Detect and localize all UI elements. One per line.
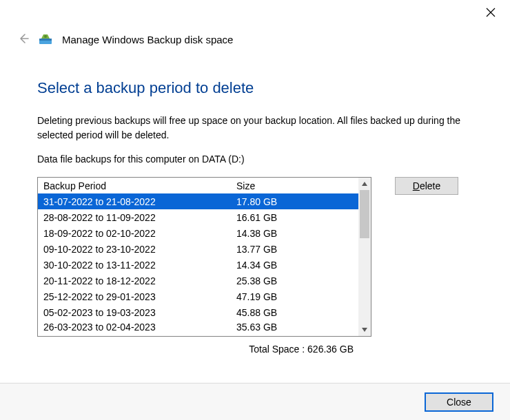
content: Select a backup period to delete Deletin… <box>0 52 510 355</box>
table-row[interactable]: 26-03-2023 to 02-04-202335.63 GB <box>38 320 358 334</box>
backup-period-listbox[interactable]: Backup Period Size 31-07-2022 to 21-08-2… <box>37 177 371 337</box>
table-row[interactable]: 28-08-2022 to 11-09-202216.61 GB <box>38 209 358 225</box>
svg-rect-1 <box>39 39 52 41</box>
column-header-size[interactable]: Size <box>236 180 358 191</box>
cell-period: 25-12-2022 to 29-01-2023 <box>43 291 236 302</box>
cell-size: 13.77 GB <box>236 244 358 255</box>
total-value: 626.36 GB <box>307 344 354 355</box>
scroll-down-icon[interactable] <box>358 324 371 336</box>
total-space: Total Space : 626.36 GB <box>37 344 371 355</box>
titlebar <box>471 0 510 25</box>
table-row[interactable]: 30-10-2022 to 13-11-202214.34 GB <box>38 257 358 273</box>
scroll-track[interactable] <box>358 190 371 324</box>
cell-size: 14.34 GB <box>236 260 358 271</box>
cell-size: 47.19 GB <box>236 291 358 302</box>
delete-button[interactable]: Delete <box>395 177 458 195</box>
cell-size: 35.63 GB <box>236 322 358 333</box>
footer: Close <box>0 383 510 420</box>
cell-period: 05-02-2023 to 19-03-2023 <box>43 307 236 318</box>
cell-period: 28-08-2022 to 11-09-2022 <box>43 212 236 223</box>
cell-size: 25.38 GB <box>236 275 358 286</box>
cell-period: 31-07-2022 to 21-08-2022 <box>43 196 236 207</box>
close-icon[interactable] <box>485 7 496 18</box>
list-header-row: Backup Period Size <box>38 178 358 193</box>
cell-period: 26-03-2023 to 02-04-2023 <box>43 322 236 333</box>
cell-period: 20-11-2022 to 18-12-2022 <box>43 275 236 286</box>
header: Manage Windows Backup disk space <box>0 0 510 52</box>
backup-app-icon <box>39 32 52 48</box>
cell-size: 45.88 GB <box>236 307 358 318</box>
back-arrow-icon[interactable] <box>18 33 29 46</box>
close-button[interactable]: Close <box>425 392 493 412</box>
svg-point-2 <box>44 35 47 38</box>
table-row[interactable]: 25-12-2022 to 29-01-202347.19 GB <box>38 288 358 304</box>
table-row[interactable]: 18-09-2022 to 02-10-202214.38 GB <box>38 225 358 241</box>
window-title: Manage Windows Backup disk space <box>62 34 233 45</box>
cell-period: 30-10-2022 to 13-11-2022 <box>43 260 236 271</box>
total-label: Total Space : <box>249 344 305 355</box>
scrollbar[interactable] <box>358 178 371 336</box>
cell-period: 09-10-2022 to 23-10-2022 <box>43 244 236 255</box>
page-heading: Select a backup period to delete <box>37 79 473 97</box>
scroll-up-icon[interactable] <box>358 178 371 190</box>
cell-size: 17.80 GB <box>236 196 358 207</box>
cell-period: 18-09-2022 to 02-10-2022 <box>43 228 236 239</box>
scroll-thumb[interactable] <box>360 190 369 238</box>
column-header-period[interactable]: Backup Period <box>43 180 236 191</box>
table-row[interactable]: 31-07-2022 to 21-08-202217.80 GB <box>38 193 358 209</box>
table-row[interactable]: 20-11-2022 to 18-12-202225.38 GB <box>38 273 358 288</box>
description-text: Deleting previous backups will free up s… <box>37 114 473 143</box>
table-row[interactable]: 05-02-2023 to 19-03-202345.88 GB <box>38 304 358 320</box>
table-row[interactable]: 09-10-2022 to 23-10-202213.77 GB <box>38 241 358 257</box>
cell-size: 16.61 GB <box>236 212 358 223</box>
cell-size: 14.38 GB <box>236 228 358 239</box>
backup-location-text: Data file backups for this computer on D… <box>37 154 473 165</box>
